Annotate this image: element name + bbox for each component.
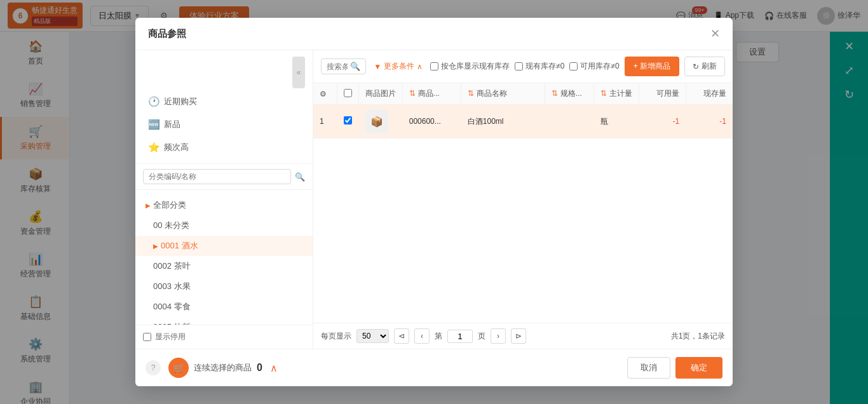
modal-title: 商品参照	[148, 28, 186, 40]
table-settings-icon[interactable]: ⚙	[320, 90, 327, 98]
modal-overlay: 商品参照 ✕ « 🕐 近期购买 🆕 新品	[0, 0, 868, 404]
modal-body: « 🕐 近期购买 🆕 新品 ⭐ 频次高	[135, 50, 733, 349]
row-img: 📦	[359, 105, 403, 138]
category-search-icon[interactable]: 🔍	[295, 172, 305, 182]
th-product-code[interactable]: ⇅ 商品...	[403, 83, 461, 105]
cat-arrow-liquor: ▶	[153, 243, 158, 250]
th-settings: ⚙	[313, 83, 337, 105]
category-search: 🔍	[135, 164, 313, 190]
product-ref-modal: 商品参照 ✕ « 🕐 近期购买 🆕 新品	[135, 18, 733, 386]
cancel-button[interactable]: 取消	[627, 357, 670, 379]
new-icon: 🆕	[148, 119, 160, 130]
checkbox-avail-ne0[interactable]: 可用库存≠0	[569, 61, 619, 72]
row-name: 白酒100ml	[461, 105, 545, 138]
quick-high-freq[interactable]: ⭐ 频次高	[143, 138, 305, 157]
sort-icon: ⇅	[409, 89, 416, 98]
th-product-name[interactable]: ⇅ 商品名称	[461, 83, 545, 105]
search-input[interactable]	[327, 62, 348, 71]
modal-close-icon[interactable]: ✕	[710, 27, 720, 41]
pagination-bar: 每页显示 10 20 50 100 ⊲ ‹ 第 页 › ⊳ 共1页，1条记录	[313, 323, 733, 349]
show-disabled-section: 显示停用	[135, 325, 313, 349]
stock-ne0-checkbox[interactable]	[515, 62, 523, 71]
cat-item-liquor[interactable]: ▶ 0001 酒水	[135, 236, 313, 256]
category-list: ▶ 全部分类 00 未分类 ▶ 0001 酒水 0002 茶叶 0003 水果	[135, 190, 313, 325]
row-checkbox[interactable]	[337, 105, 359, 138]
th-product-img: 商品图片	[359, 83, 403, 105]
cat-item-all[interactable]: ▶ 全部分类	[135, 195, 313, 215]
refresh-icon: ↻	[693, 62, 699, 71]
quick-items-section: « 🕐 近期购买 🆕 新品 ⭐ 频次高	[135, 50, 313, 164]
sort-icon4: ⇅	[600, 89, 607, 98]
page-next-button[interactable]: ›	[491, 328, 506, 344]
page-number-input[interactable]	[447, 330, 473, 343]
sort-icon3: ⇅	[552, 89, 558, 98]
th-unit[interactable]: ⇅ 主计量	[594, 83, 639, 105]
checkbox-stock-ne0[interactable]: 现有库存≠0	[515, 61, 564, 72]
row-code: 000600...	[403, 105, 461, 138]
row-unit: 瓶	[594, 105, 639, 138]
modal-footer: ? 🛒 连续选择的商品 0 ∧ 取消 确定	[135, 349, 733, 386]
th-stock: 现存量	[686, 83, 733, 105]
table-row[interactable]: 1 📦 000600... 白酒100ml 瓶	[313, 105, 733, 138]
help-icon[interactable]: ?	[146, 360, 161, 375]
page-size-select[interactable]: 10 20 50 100	[356, 329, 389, 343]
quick-recent-purchase[interactable]: 🕐 近期购买	[143, 92, 305, 111]
row-select-checkbox[interactable]	[344, 116, 352, 125]
star-icon: ⭐	[148, 142, 160, 153]
refresh-button[interactable]: ↻ 刷新	[684, 57, 725, 76]
collapse-panel-icon[interactable]: «	[292, 57, 305, 88]
product-image: 📦	[365, 110, 388, 133]
checkbox-warehouse[interactable]: 按仓库显示现有库存	[430, 61, 510, 72]
table-container: ⚙ 商品图片 ⇅ 商品...	[313, 83, 733, 323]
avail-ne0-checkbox[interactable]	[569, 62, 578, 71]
warehouse-checkbox[interactable]	[430, 62, 438, 71]
page-first-button[interactable]: ⊲	[394, 328, 409, 344]
confirm-button[interactable]: 确定	[675, 357, 722, 379]
cart-section: 🛒 连续选择的商品 0	[168, 358, 262, 378]
cat-item-beverage[interactable]: 0005 饮料	[135, 317, 313, 325]
select-all-checkbox[interactable]	[344, 89, 352, 97]
row-avail: -1	[639, 105, 686, 138]
add-product-button[interactable]: + 新增商品	[625, 57, 679, 76]
row-spec	[545, 105, 594, 138]
cat-arrow-all: ▶	[146, 202, 151, 209]
filter-button[interactable]: ▼ 更多条件 ∧	[371, 58, 425, 74]
page-prev-button[interactable]: ‹	[414, 328, 430, 344]
filter-icon: ▼	[374, 62, 381, 71]
cart-icon[interactable]: 🛒	[168, 358, 189, 378]
cat-item-snack[interactable]: 0004 零食	[135, 297, 313, 317]
cart-collapse-icon[interactable]: ∧	[270, 362, 278, 374]
cat-item-fruit[interactable]: 0003 水果	[135, 276, 313, 297]
page-last-button[interactable]: ⊳	[511, 328, 526, 344]
row-stock: -1	[686, 105, 733, 138]
category-search-input[interactable]	[143, 169, 291, 184]
table-panel: 🔍 ▼ 更多条件 ∧ 按仓库显示现有库存 现有库存≠0	[313, 50, 733, 349]
cat-item-tea[interactable]: 0002 茶叶	[135, 256, 313, 276]
quick-new-product[interactable]: 🆕 新品	[143, 115, 305, 134]
category-panel: « 🕐 近期购买 🆕 新品 ⭐ 频次高	[135, 50, 313, 349]
th-spec[interactable]: ⇅ 规格...	[545, 83, 594, 105]
th-avail: 可用量	[639, 83, 686, 105]
table-toolbar: 🔍 ▼ 更多条件 ∧ 按仓库显示现有库存 现有库存≠0	[313, 50, 733, 83]
modal-header: 商品参照 ✕	[135, 18, 733, 50]
row-no: 1	[313, 105, 337, 138]
table-header-row: ⚙ 商品图片 ⇅ 商品...	[313, 83, 733, 105]
product-table: ⚙ 商品图片 ⇅ 商品...	[313, 83, 733, 138]
search-box: 🔍	[321, 58, 366, 74]
clock-icon: 🕐	[148, 96, 160, 107]
th-checkbox	[337, 83, 359, 105]
sort-icon2: ⇅	[468, 89, 474, 98]
cat-item-uncategorized[interactable]: 00 未分类	[135, 215, 313, 236]
search-icon[interactable]: 🔍	[350, 62, 360, 71]
toolbar-right: + 新增商品 ↻ 刷新	[625, 57, 725, 76]
footer-buttons: 取消 确定	[627, 357, 722, 379]
show-disabled-checkbox[interactable]	[143, 333, 151, 341]
